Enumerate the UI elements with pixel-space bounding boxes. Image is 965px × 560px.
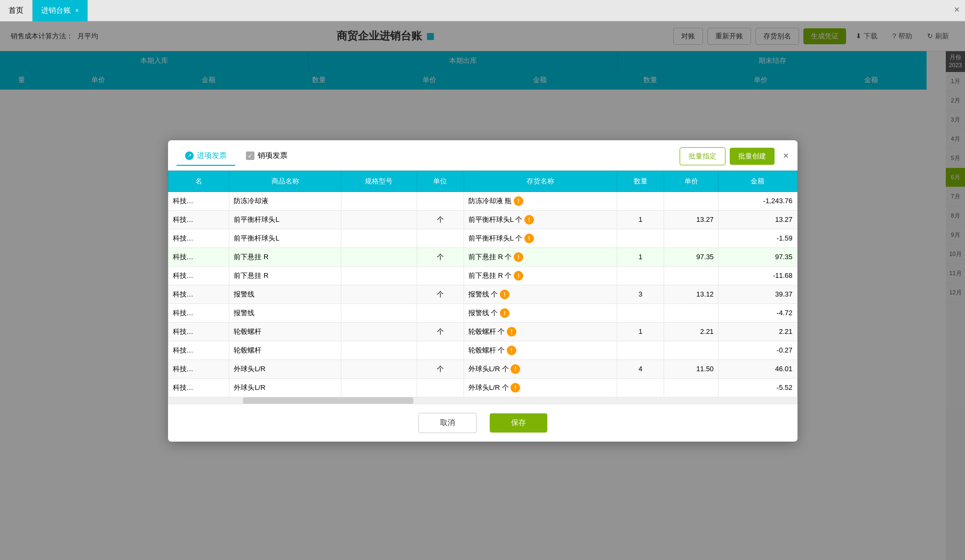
cell-company: 科技…	[168, 378, 229, 397]
cell-quantity	[617, 303, 664, 322]
cell-inventory: 防冻冷却液 瓶 !	[464, 191, 617, 210]
cell-quantity	[617, 266, 664, 285]
batch-assign-button[interactable]: 批量指定	[680, 147, 725, 165]
tab-home[interactable]: 首页	[0, 0, 33, 21]
cell-quantity	[617, 378, 664, 397]
cancel-button[interactable]: 取消	[418, 413, 477, 433]
cell-amount: -11.68	[718, 266, 797, 285]
col-inventory: 存货名称	[464, 171, 617, 191]
warning-icon: !	[500, 308, 509, 318]
cell-amount: -1.59	[718, 229, 797, 247]
cell-spec	[341, 191, 417, 210]
col-spec: 规格型号	[341, 171, 417, 191]
cell-unit-price: 13.12	[664, 285, 719, 303]
cell-spec	[341, 303, 417, 322]
cell-amount: -4.72	[718, 303, 797, 322]
col-quantity: 数量	[617, 171, 664, 191]
cell-product: 前平衡杆球头L	[229, 210, 341, 229]
cell-product: 前平衡杆球头L	[229, 229, 341, 247]
tab-ledger-label: 进销台账	[41, 6, 71, 15]
cell-unit	[417, 303, 464, 322]
tab-purchase-invoice[interactable]: ↗ 进项发票	[177, 147, 235, 166]
main-page: 销售成本计算方法： 月平均 商贸企业进销台账 ▦ 对账 重新开账 存货别名 生成…	[0, 21, 965, 560]
cell-unit: 个	[417, 210, 464, 229]
table-row: 科技… 外球头L/R 外球头L/R 个 ! -5.52	[168, 378, 797, 397]
cell-product: 轮毂螺杆	[229, 322, 341, 341]
cell-company: 科技…	[168, 229, 229, 247]
tab-ledger[interactable]: 进销台账 ×	[33, 0, 88, 21]
cell-product: 报警线	[229, 303, 341, 322]
batch-create-button[interactable]: 批量创建	[730, 148, 775, 165]
tab-home-label: 首页	[9, 6, 23, 15]
cell-unit	[417, 266, 464, 285]
tab-ledger-close[interactable]: ×	[75, 7, 79, 14]
cell-unit	[417, 229, 464, 247]
cell-amount: 39.37	[718, 285, 797, 303]
cell-spec	[341, 247, 417, 266]
modal-close-button[interactable]: ×	[783, 150, 789, 162]
sales-tab-label: 销项发票	[258, 151, 288, 161]
cell-inventory: 前下悬挂 R 个 !	[464, 266, 617, 285]
cell-inventory: 外球头L/R 个 !	[464, 378, 617, 397]
modal-header: ↗ 进项发票 ↙ 销项发票 批量指定 批量创建 ×	[168, 140, 797, 166]
cell-company: 科技…	[168, 303, 229, 322]
cell-unit	[417, 341, 464, 359]
cell-product: 前下悬挂 R	[229, 266, 341, 285]
tab-sales-invoice[interactable]: ↙ 销项发票	[237, 147, 296, 166]
cell-amount: 2.21	[718, 322, 797, 341]
cell-inventory: 前平衡杆球头L 个 !	[464, 210, 617, 229]
col-company: 名	[168, 171, 229, 191]
cell-unit-price	[664, 341, 719, 359]
col-product: 商品名称	[229, 171, 341, 191]
cell-inventory: 轮毂螺杆 个 !	[464, 322, 617, 341]
cell-quantity	[617, 341, 664, 359]
cell-quantity: 1	[617, 247, 664, 266]
warning-icon: !	[514, 271, 523, 281]
modal-horizontal-scrollbar[interactable]	[168, 397, 797, 404]
warning-icon: !	[511, 364, 520, 374]
purchase-tab-label: 进项发票	[197, 151, 227, 161]
cell-company: 科技…	[168, 285, 229, 303]
cell-spec	[341, 210, 417, 229]
cell-inventory: 前下悬挂 R 个 !	[464, 247, 617, 266]
cell-spec	[341, 378, 417, 397]
cell-inventory: 轮毂螺杆 个 !	[464, 341, 617, 359]
table-row: 科技… 报警线 报警线 个 ! -4.72	[168, 303, 797, 322]
modal-table-container[interactable]: 名 商品名称 规格型号 单位 存货名称 数量 单价 金额 科技… 防冻冷却液	[168, 171, 797, 397]
modal-tabs: ↗ 进项发票 ↙ 销项发票	[177, 147, 296, 166]
window-close-button[interactable]: ×	[954, 4, 960, 15]
save-button[interactable]: 保存	[490, 413, 547, 433]
warning-icon: !	[524, 215, 534, 225]
warning-icon: !	[514, 252, 523, 262]
cell-spec	[341, 322, 417, 341]
table-row: 科技… 前下悬挂 R 个 前下悬挂 R 个 ! 1 97.35 97.35	[168, 247, 797, 266]
scrollbar-thumb[interactable]	[243, 397, 413, 404]
cell-unit-price	[664, 191, 719, 210]
col-amount: 金额	[718, 171, 797, 191]
cell-unit	[417, 191, 464, 210]
purchase-tab-icon: ↗	[185, 151, 194, 160]
cell-spec	[341, 266, 417, 285]
cell-inventory: 报警线 个 !	[464, 285, 617, 303]
warning-icon: !	[511, 383, 520, 393]
cell-amount: -0.27	[718, 341, 797, 359]
cell-unit: 个	[417, 247, 464, 266]
cell-quantity: 4	[617, 359, 664, 378]
table-row: 科技… 前平衡杆球头L 前平衡杆球头L 个 ! -1.59	[168, 229, 797, 247]
cell-unit-price	[664, 266, 719, 285]
cell-unit-price	[664, 229, 719, 247]
cell-inventory: 前平衡杆球头L 个 !	[464, 229, 617, 247]
cell-company: 科技…	[168, 191, 229, 210]
cell-unit-price: 13.27	[664, 210, 719, 229]
cell-product: 前下悬挂 R	[229, 247, 341, 266]
cell-unit	[417, 378, 464, 397]
cell-company: 科技…	[168, 341, 229, 359]
modal-dialog: ↗ 进项发票 ↙ 销项发票 批量指定 批量创建 ×	[168, 140, 797, 442]
cell-unit: 个	[417, 322, 464, 341]
cell-inventory: 外球头L/R 个 !	[464, 359, 617, 378]
cell-product: 外球头L/R	[229, 378, 341, 397]
cell-unit-price	[664, 378, 719, 397]
cell-quantity	[617, 229, 664, 247]
cell-spec	[341, 359, 417, 378]
table-row: 科技… 防冻冷却液 防冻冷却液 瓶 ! -1,243.76	[168, 191, 797, 210]
